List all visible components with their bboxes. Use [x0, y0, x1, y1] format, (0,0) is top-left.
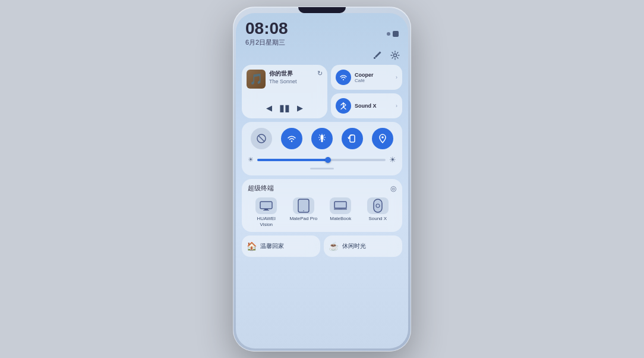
shortcut-leisure[interactable]: ☕ 休闲时光 [324, 235, 402, 257]
control-center: 🎵 你的世界 The Sonnet ↻ ◀ ▮▮ ▶ [236, 65, 408, 348]
shortcut-home[interactable]: 🏠 温馨回家 [242, 235, 320, 257]
music-top: 🎵 你的世界 The Sonnet ↻ [247, 70, 323, 100]
leisure-icon: ☕ [329, 241, 339, 251]
svg-rect-11 [263, 210, 269, 211]
phone-notch [298, 7, 346, 13]
svg-rect-0 [374, 57, 375, 59]
svg-point-1 [394, 54, 397, 57]
flashlight-toggle[interactable] [311, 128, 333, 149]
svg-rect-7 [350, 135, 355, 142]
bluetooth-card[interactable]: Sound X › [331, 93, 402, 118]
wifi-sub: Café [355, 78, 392, 83]
wifi-name: Cooper [355, 72, 392, 78]
svg-rect-14 [334, 202, 346, 208]
brightness-high-icon: ☀ [389, 155, 396, 164]
album-art: 🎵 [247, 70, 266, 89]
music-controls: ◀ ▮▮ ▶ [247, 102, 323, 114]
time-section: 08:08 6月2日星期三 [245, 20, 288, 47]
device-soundx[interactable]: Sound X [362, 197, 394, 222]
wifi-toggle[interactable] [281, 128, 302, 149]
prev-button[interactable]: ◀ [266, 103, 272, 112]
shortcut-leisure-label: 休闲时光 [342, 242, 366, 250]
svg-rect-5 [320, 135, 323, 140]
status-icons [387, 31, 399, 37]
right-cards: Cooper Café › [331, 65, 402, 118]
volume-row [247, 168, 397, 169]
music-artist: The Sonnet [269, 78, 314, 84]
device-matepad-icon [293, 197, 314, 214]
svg-rect-6 [321, 140, 323, 142]
super-terminal-card: 超级终端 ◎ HUAWEIVision [242, 179, 402, 232]
brightness-slider[interactable] [257, 159, 386, 161]
device-matebook-icon [330, 197, 351, 214]
brightness-fill [257, 159, 328, 161]
home-icon: 🏠 [247, 241, 257, 251]
music-title: 你的世界 [269, 70, 314, 78]
toggles-row [247, 128, 397, 149]
shuffle-icon[interactable]: ↻ [317, 70, 323, 77]
location-toggle[interactable] [372, 128, 393, 149]
device-matebook-name: MateBook [330, 216, 351, 222]
terminal-settings-icon[interactable]: ◎ [390, 184, 396, 193]
shortcuts-row: 🏠 温馨回家 ☕ 休闲时光 [242, 235, 402, 257]
music-info: 你的世界 The Sonnet [269, 70, 314, 84]
status-bar: 08:08 6月2日星期三 [236, 13, 408, 49]
devices-row: HUAWEIVision MatePad Pro [248, 197, 396, 227]
device-matepad[interactable]: MatePad Pro [288, 197, 320, 222]
bluetooth-icon [336, 98, 351, 114]
device-matebook[interactable]: MateBook [324, 197, 356, 222]
next-button[interactable]: ▶ [297, 103, 303, 112]
device-vision-icon [255, 197, 277, 214]
silent-toggle[interactable] [251, 128, 272, 149]
bluetooth-text: Sound X [355, 103, 392, 109]
date-display: 6月2日星期三 [245, 38, 288, 47]
volume-line [310, 168, 334, 169]
phone-screen: 08:08 6月2日星期三 [236, 13, 408, 348]
device-matepad-name: MatePad Pro [289, 216, 317, 222]
super-terminal-title: 超级终端 [248, 184, 274, 193]
svg-rect-17 [374, 199, 382, 212]
bluetooth-name: Sound X [355, 103, 392, 109]
wifi-icon [336, 70, 351, 85]
svg-point-4 [291, 140, 292, 142]
rotate-toggle[interactable] [342, 128, 363, 149]
bluetooth-chevron: › [396, 103, 397, 109]
svg-point-13 [303, 211, 304, 212]
device-vision[interactable]: HUAWEIVision [250, 197, 282, 227]
svg-rect-10 [264, 209, 268, 210]
music-card[interactable]: 🎵 你的世界 The Sonnet ↻ ◀ ▮▮ ▶ [242, 65, 327, 118]
brightness-thumb [325, 157, 331, 163]
device-soundx-name: Sound X [368, 216, 387, 222]
device-soundx-icon [367, 197, 389, 214]
shortcut-home-label: 温馨回家 [260, 242, 284, 250]
device-vision-name: HUAWEIVision [257, 216, 276, 227]
brightness-row: ☀ ☀ [247, 155, 397, 164]
svg-rect-9 [260, 202, 272, 209]
settings-icon[interactable] [389, 49, 401, 61]
row-music-network: 🎵 你的世界 The Sonnet ↻ ◀ ▮▮ ▶ [242, 65, 402, 118]
edit-icon[interactable] [371, 49, 383, 61]
svg-point-2 [343, 79, 344, 80]
clock-display: 08:08 [245, 20, 288, 37]
wifi-card[interactable]: Cooper Café › [331, 65, 402, 90]
phone-frame: 08:08 6月2日星期三 [233, 7, 411, 351]
super-terminal-header: 超级终端 ◎ [248, 184, 396, 193]
wifi-chevron: › [396, 74, 397, 80]
wifi-text: Cooper Café [355, 72, 392, 83]
signal-dot [387, 32, 390, 36]
svg-rect-16 [339, 209, 342, 209]
svg-point-8 [381, 136, 384, 139]
top-icon-row [236, 49, 408, 65]
battery-icon [393, 31, 399, 37]
brightness-low-icon: ☀ [248, 156, 254, 164]
pause-button[interactable]: ▮▮ [279, 102, 290, 114]
toggles-card: ☀ ☀ [242, 122, 402, 175]
